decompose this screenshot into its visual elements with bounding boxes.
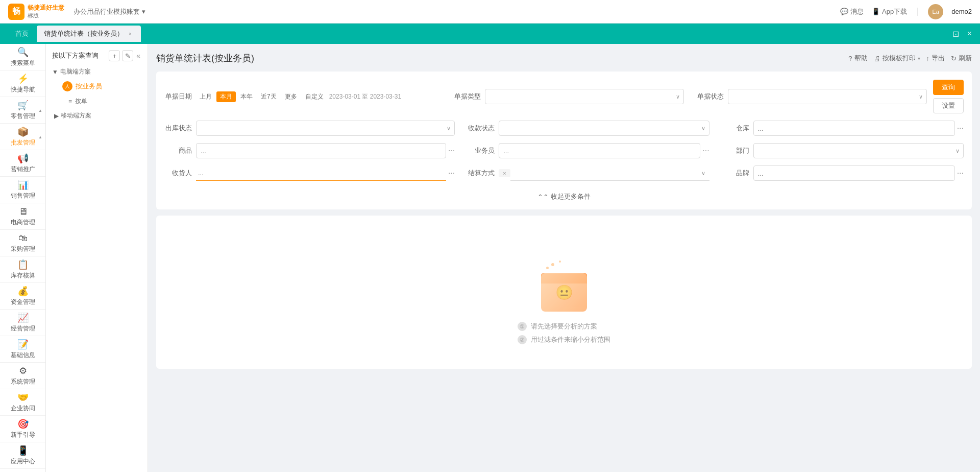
app-download-button[interactable]: 📱 App下载 [872, 7, 907, 16]
product-dots-button[interactable]: ··· [448, 146, 455, 155]
tab-close-window-button[interactable]: × [965, 27, 974, 40]
sidebar-item-wholesale[interactable]: 📦 批发管理 [0, 124, 45, 150]
sidebar-item-marketing[interactable]: 📢 营销推广 [0, 150, 45, 177]
user-name[interactable]: demo2 [951, 8, 972, 15]
empty-tips: ① 请先选择要分析的方案 ② 用过滤条件来缩小分析范围 [518, 322, 610, 344]
salesperson-input[interactable] [499, 143, 700, 158]
refresh-button[interactable]: ↻ 刷新 [951, 54, 972, 63]
export-button[interactable]: ↑ 导出 [926, 54, 945, 63]
message-icon: 💬 [840, 8, 848, 15]
marketing-icon: 📢 [17, 153, 29, 164]
inventory-icon: 📋 [17, 259, 29, 270]
top-nav: 畅 畅捷通好生意 标版 办公用品行业模拟账套 ▾ 💬 消息 📱 App下载 Ea… [0, 0, 980, 23]
sidebar-item-inventory[interactable]: 📋 库存核算 [0, 256, 45, 283]
sidebar-item-basic-info[interactable]: 📝 基础信息 [0, 336, 45, 363]
date-tab-this-month[interactable]: 本月 [216, 91, 236, 102]
consignee-input[interactable] [196, 166, 446, 181]
plan-item-salesperson-label: 按业务员 [76, 82, 102, 91]
sidebar-label-purchase: 采购管理 [11, 245, 35, 253]
empty-box: 😐 [541, 273, 587, 312]
sidebar-item-ecommerce[interactable]: 🖥 电商管理 [0, 203, 45, 230]
sidebar-label-finance: 资金管理 [11, 298, 35, 306]
search-menu-icon: 🔍 [17, 46, 29, 58]
main-layout: 🔍 搜索菜单 ⚡ 快捷导航 🛒 零售管理 📦 批发管理 📢 营销推广 📊 销售管… [0, 44, 980, 472]
outbound-status-select-wrapper [196, 121, 455, 136]
payment-status-select[interactable] [499, 121, 709, 136]
logo-area: 畅 畅捷通好生意 标版 [8, 4, 64, 20]
plan-item-by-salesperson[interactable]: 人 按业务员 [50, 78, 143, 95]
warehouse-dots-button[interactable]: ··· [957, 124, 964, 133]
sidebar-item-quick-nav[interactable]: ⚡ 快捷导航 [0, 70, 45, 97]
edit-plan-button[interactable]: ✎ [122, 50, 133, 61]
date-tab-last-month[interactable]: 上月 [196, 91, 215, 102]
help-button[interactable]: ? 帮助 [848, 54, 867, 63]
nav-divider [917, 8, 918, 16]
collapse-more-label: 收起更多条件 [551, 192, 591, 201]
sidebar-item-app-center[interactable]: 📱 应用中心 [0, 442, 45, 469]
export-label: 导出 [932, 54, 945, 63]
empty-state: 😐 ① 请先选择要分析的方案 ② 用过滤条件来缩小分析范围 [156, 216, 972, 369]
product-input[interactable] [196, 143, 446, 158]
consignee-dots-button[interactable]: ··· [448, 169, 455, 178]
add-plan-button[interactable]: + [109, 50, 120, 61]
outbound-status-field: 出库状态 [164, 121, 455, 136]
template-print-dropdown-icon: ▾ [918, 56, 920, 61]
panel-header: 按以下方案查询 + ✎ « [46, 50, 148, 65]
basic-info-icon: 📝 [17, 339, 29, 350]
department-select[interactable] [753, 143, 964, 158]
date-tab-custom[interactable]: 自定义 [302, 91, 327, 102]
breadcrumb-arrow-icon: ▾ [142, 8, 145, 15]
collapse-panel-button[interactable]: « [135, 51, 141, 61]
tab-home[interactable]: 首页 [8, 26, 36, 42]
date-field: 单据日期 上月 本月 本年 近7天 更多 自定义 2023-03-01 至 20… [164, 91, 441, 102]
sidebar-item-purchase[interactable]: 🛍 采购管理 [0, 230, 45, 256]
date-tab-last-7-days[interactable]: 近7天 [257, 91, 280, 102]
sidebar-item-sales[interactable]: 📊 销售管理 [0, 177, 45, 203]
message-button[interactable]: 💬 消息 [840, 7, 864, 16]
settlement-tag-close[interactable]: × [503, 170, 506, 176]
settlement-tag: × [499, 169, 510, 177]
bill-type-select[interactable] [485, 89, 684, 104]
panel-title: 按以下方案查询 [52, 51, 99, 60]
content-area: 按以下方案查询 + ✎ « ▼ 电脑端方案 人 按业务员 ≡ 按单 [46, 44, 980, 472]
bill-status-field: 单据状态 [696, 89, 927, 104]
brand-input[interactable] [753, 166, 955, 181]
avatar-text: Ea [933, 9, 939, 15]
settlement-select[interactable] [510, 166, 709, 181]
brand-control: ··· [753, 166, 964, 181]
sidebar-item-finance[interactable]: 💰 资金管理 [0, 283, 45, 310]
tab-sales-stat[interactable]: 销货单统计表（按业务员） × [37, 26, 141, 42]
sidebar-item-operations[interactable]: 📈 经营管理 [0, 310, 45, 336]
brand-dots-button[interactable]: ··· [957, 169, 964, 178]
template-print-button[interactable]: 🖨 按模板打印 ▾ [874, 54, 920, 63]
sidebar-item-retail[interactable]: 🛒 零售管理 [0, 97, 45, 124]
tip-num-2: ② [518, 335, 527, 344]
sidebar-item-new-guide[interactable]: 🎯 新手引导 [0, 416, 45, 442]
outbound-status-label: 出库状态 [164, 124, 192, 133]
desktop-plan-group[interactable]: ▼ 电脑端方案 [50, 65, 143, 78]
page-title: 销货单统计表(按业务员) [156, 52, 254, 64]
new-guide-icon: 🎯 [17, 418, 29, 430]
sidebar-item-system[interactable]: ⚙ 系统管理 [0, 363, 45, 389]
collapse-more-button[interactable]: ⌃⌃ 收起更多条件 [164, 188, 964, 201]
breadcrumb-selector[interactable]: 办公用品行业模拟账套 ▾ [69, 5, 150, 18]
date-tab-this-year[interactable]: 本年 [237, 91, 256, 102]
quick-nav-icon: ⚡ [17, 73, 29, 84]
outbound-status-select[interactable] [196, 121, 455, 136]
warehouse-input[interactable] [753, 121, 955, 136]
bill-status-select[interactable] [728, 89, 927, 104]
filter-row-3: 商品 ··· 业务员 ··· [164, 143, 964, 158]
settings-button[interactable]: 设置 [933, 98, 964, 113]
date-tab-more[interactable]: 更多 [281, 91, 301, 102]
mobile-plan-group[interactable]: ▶ 移动端方案 [50, 108, 143, 123]
tab-restore-button[interactable]: ⊡ [950, 27, 961, 41]
salesperson-dots-button[interactable]: ··· [702, 146, 709, 155]
plan-item-by-order[interactable]: ≡ 按单 [50, 95, 143, 108]
tab-bar-actions: ⊡ × [950, 27, 980, 41]
sidebar-item-enterprise[interactable]: 🤝 企业协同 [0, 389, 45, 416]
tab-close-icon[interactable]: × [127, 30, 134, 37]
sidebar-item-search-menu[interactable]: 🔍 搜索菜单 [0, 44, 45, 70]
search-button[interactable]: 查询 [933, 80, 964, 95]
bill-status-label: 单据状态 [696, 92, 724, 101]
sidebar-item-wechat[interactable]: 💬 企业微信 [0, 469, 45, 472]
